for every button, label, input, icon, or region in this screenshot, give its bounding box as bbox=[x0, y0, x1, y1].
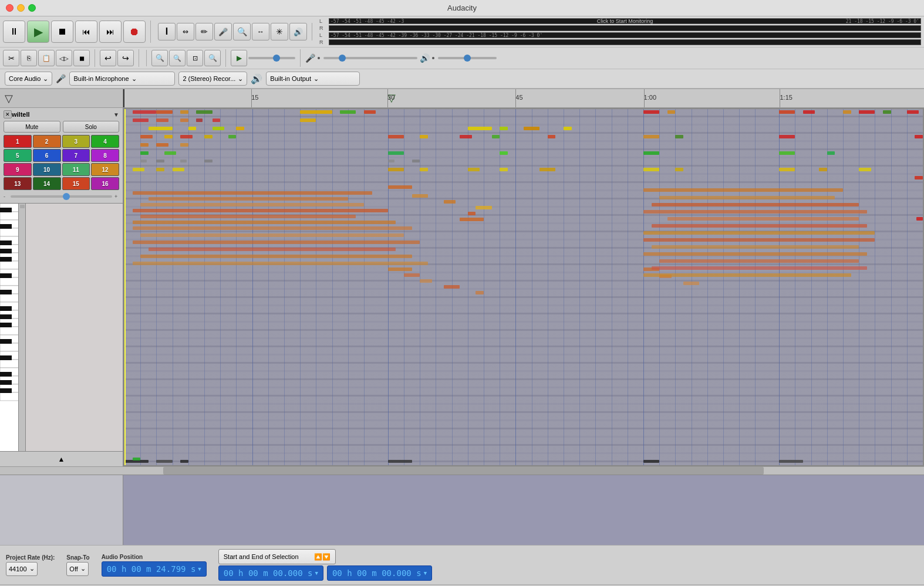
speed-slider[interactable] bbox=[248, 57, 295, 59]
empty-track-area[interactable] bbox=[0, 475, 924, 545]
vline-8 bbox=[252, 109, 253, 465]
redo-button[interactable]: ↪ bbox=[117, 50, 134, 66]
channel-8-btn[interactable]: 8 bbox=[91, 149, 119, 162]
channel-16-btn[interactable]: 16 bbox=[91, 177, 119, 190]
note-orange-long3 bbox=[140, 203, 364, 206]
vline-36 bbox=[707, 109, 708, 465]
channel-9-btn[interactable]: 9 bbox=[4, 163, 32, 176]
output-meter-r-label: R bbox=[319, 39, 328, 45]
input-meter-l[interactable]: -57 -54 -51 -48 -45 -42 -3 Click to Star… bbox=[329, 18, 921, 24]
channel-14-btn[interactable]: 14 bbox=[33, 177, 61, 190]
stop-button[interactable]: ⏹ bbox=[51, 21, 73, 43]
volume-slider-track[interactable] bbox=[11, 195, 112, 198]
volume-slider-thumb[interactable] bbox=[63, 193, 70, 200]
track-area: ✕ wiltell ▼ Mute Solo 1 2 3 4 bbox=[0, 108, 924, 545]
zoom-out-button[interactable]: 🔍 bbox=[169, 50, 186, 66]
project-rate-value: 44100 bbox=[9, 565, 27, 573]
trim-button[interactable]: ◁▷ bbox=[56, 50, 72, 66]
star-tool-button[interactable]: ✳ bbox=[271, 23, 288, 40]
record-button[interactable]: ⏺ bbox=[123, 21, 146, 43]
channel-15-btn[interactable]: 15 bbox=[62, 177, 90, 190]
snap-to-label: Snap-To bbox=[66, 554, 89, 561]
selection-end-display[interactable]: 00 h 00 m 00.000 s ▼ bbox=[327, 565, 432, 581]
skip-forward-button[interactable]: ⏭ bbox=[99, 21, 122, 43]
selection-type-select[interactable]: Start and End of Selection 🔼🔽 bbox=[218, 549, 336, 564]
track-scrollbar[interactable] bbox=[19, 204, 26, 451]
main-content: ▽ 15 ▽ 30 45 1:00 1:15 bbox=[0, 89, 924, 545]
close-button[interactable] bbox=[6, 4, 14, 12]
zoom-tool-button[interactable]: 🔍 bbox=[233, 23, 251, 40]
skip-back-button[interactable]: ⏮ bbox=[75, 21, 97, 43]
scissors-button[interactable]: ✂ bbox=[3, 50, 19, 66]
silence-button[interactable]: ◼ bbox=[73, 50, 90, 66]
channel-13-btn[interactable]: 13 bbox=[4, 177, 32, 190]
svg-rect-26 bbox=[0, 241, 12, 245]
speed-slider-thumb[interactable] bbox=[273, 55, 280, 62]
minimize-button[interactable] bbox=[17, 4, 25, 12]
output-device-select[interactable]: Built-in Output ⌄ bbox=[266, 72, 360, 86]
ruler-area[interactable]: 15 ▽ 30 45 1:00 1:15 bbox=[123, 89, 924, 107]
note-12 bbox=[843, 110, 851, 114]
select-tool-button[interactable]: I bbox=[158, 23, 176, 40]
channel-6-btn[interactable]: 6 bbox=[33, 149, 61, 162]
channel-11-btn[interactable]: 11 bbox=[62, 163, 90, 176]
mic-gain-slider[interactable] bbox=[323, 57, 417, 59]
track-scroll-up[interactable]: ▲ bbox=[0, 451, 123, 466]
start-marker[interactable]: ▽ bbox=[5, 92, 13, 105]
channel-10-btn[interactable]: 10 bbox=[33, 163, 61, 176]
undo-button[interactable]: ↩ bbox=[100, 50, 116, 66]
output-vol-thumb[interactable] bbox=[464, 55, 471, 62]
hscrollbar-thumb[interactable] bbox=[163, 467, 764, 475]
channel-12-btn[interactable]: 12 bbox=[91, 163, 119, 176]
output-meter-l[interactable]: -57 -54 -51 -48 -45 -42 -39 -36 -33 -30 … bbox=[329, 32, 921, 38]
input-device-select[interactable]: Built-in Microphone ⌄ bbox=[69, 72, 175, 86]
mute-button[interactable]: Mute bbox=[4, 121, 60, 133]
input-device-arrow: ⌄ bbox=[131, 75, 137, 83]
note-r3-5 bbox=[468, 127, 492, 130]
bottom-bar: Project Rate (Hz): 44100 ⌄ Snap-To Off ⌄… bbox=[0, 545, 924, 586]
audio-position-display[interactable]: 00 h 00 m 24.799 s ▼ bbox=[102, 561, 207, 577]
channel-1-btn[interactable]: 1 bbox=[4, 135, 32, 148]
note-orange-long2 bbox=[149, 197, 348, 201]
mic-tool-button[interactable]: 🎤 bbox=[214, 23, 232, 40]
play-at-speed-button[interactable]: ▶ bbox=[231, 50, 247, 66]
channel-4-btn[interactable]: 4 bbox=[91, 135, 119, 148]
meter-click-to-start[interactable]: Click to Start Monitoring bbox=[597, 18, 653, 24]
audio-host-select[interactable]: Core Audio ⌄ bbox=[5, 72, 52, 86]
project-rate-select[interactable]: 44100 ⌄ bbox=[6, 562, 38, 576]
track-dropdown[interactable]: ▼ bbox=[113, 111, 119, 118]
channel-3-btn[interactable]: 3 bbox=[62, 135, 90, 148]
pencil-tool-button[interactable]: ✏ bbox=[195, 23, 213, 40]
note-r4-3 bbox=[180, 135, 192, 138]
output-vol-slider[interactable] bbox=[438, 57, 497, 59]
input-meter-r[interactable] bbox=[329, 25, 921, 31]
hscrollbar[interactable] bbox=[0, 466, 924, 475]
channel-7-btn[interactable]: 7 bbox=[62, 149, 90, 162]
multi-tool-button[interactable]: ↔ bbox=[252, 23, 269, 40]
channel-5-btn[interactable]: 5 bbox=[4, 149, 32, 162]
edit-section: ✂ ⎘ 📋 ◁▷ ◼ bbox=[3, 50, 90, 66]
play-button[interactable]: ▶ bbox=[27, 21, 49, 43]
output-speaker-icon: 🔊 bbox=[251, 73, 262, 84]
maximize-button[interactable] bbox=[28, 4, 36, 12]
zoom-sel-button[interactable]: 🔍 bbox=[204, 50, 221, 66]
snap-to-select[interactable]: Off ⌄ bbox=[66, 562, 88, 576]
track-close-button[interactable]: ✕ bbox=[4, 110, 12, 118]
zoom-fit-button[interactable]: ⊡ bbox=[187, 50, 203, 66]
channel-2-btn[interactable]: 2 bbox=[33, 135, 61, 148]
zoom-in-button[interactable]: 🔍 bbox=[151, 50, 168, 66]
speaker-tool-button[interactable]: 🔊 bbox=[289, 23, 307, 40]
paste-button[interactable]: 📋 bbox=[38, 50, 55, 66]
midi-piano-roll[interactable] bbox=[123, 108, 924, 466]
svg-rect-38 bbox=[0, 388, 12, 393]
input-channels-select[interactable]: 2 (Stereo) Recor... ⌄ bbox=[178, 72, 247, 86]
vline-37 bbox=[723, 109, 724, 465]
solo-button[interactable]: Solo bbox=[63, 121, 120, 133]
hscrollbar-track[interactable] bbox=[123, 467, 924, 475]
mic-gain-thumb[interactable] bbox=[339, 55, 346, 62]
pause-button[interactable]: ⏸ bbox=[3, 21, 25, 43]
selection-start-display[interactable]: 00 h 00 m 00.000 s ▼ bbox=[218, 565, 323, 581]
output-meter-r[interactable] bbox=[329, 39, 921, 45]
copy-button[interactable]: ⎘ bbox=[21, 50, 37, 66]
envelope-tool-button[interactable]: ⇔ bbox=[177, 23, 194, 40]
